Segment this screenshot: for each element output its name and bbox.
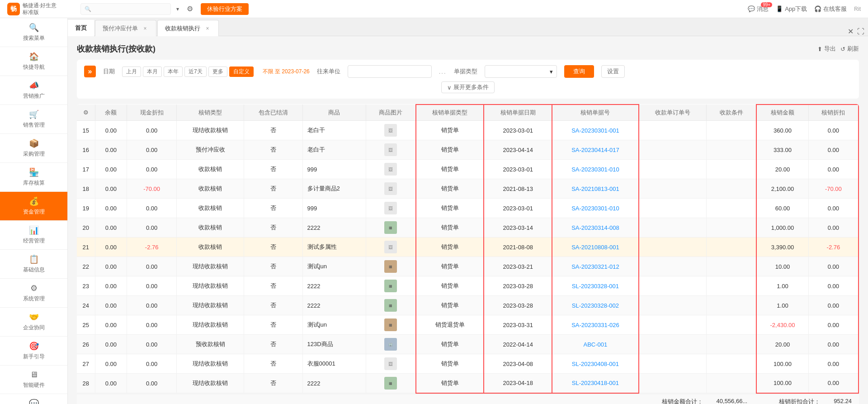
- expand-more-button[interactable]: ∨ 展开更多条件: [441, 81, 495, 93]
- top-bar: 畅 畅捷通·好生意标准版 🔍 ▾ ⚙ 休验行业方案 💬 消息 99+ 📱 App…: [0, 0, 868, 18]
- bill-no-link[interactable]: SL-20230418-001: [572, 380, 619, 386]
- more-options-dots[interactable]: ...: [439, 68, 447, 75]
- row-number: 16: [77, 140, 95, 160]
- store-icon: 🏪: [29, 167, 39, 177]
- row-receipt-order-no: [639, 276, 707, 296]
- tab-fullscreen-icon[interactable]: ⛶: [857, 28, 864, 36]
- sidebar-item-newbie[interactable]: 🎯 新手引导: [0, 337, 67, 366]
- this-month-btn[interactable]: 本月: [143, 67, 162, 77]
- sidebar-item-operations[interactable]: 📊 经营管理: [0, 221, 67, 250]
- row-writeoff-amount: 20.00: [756, 335, 808, 354]
- row-bill-no[interactable]: SL-20230328-001: [552, 276, 639, 296]
- row-bill-no[interactable]: SA-20230301-010: [552, 160, 639, 179]
- tab-prepay-close[interactable]: ×: [142, 25, 149, 32]
- row-bill-no[interactable]: SL-20230408-001: [552, 354, 639, 374]
- industry-solution-button[interactable]: 休验行业方案: [201, 3, 249, 15]
- dropdown-arrow[interactable]: ▾: [176, 6, 179, 12]
- partner-input[interactable]: [348, 65, 432, 78]
- sidebar-item-hardware[interactable]: 🖥 智能硬件: [0, 366, 67, 394]
- row-bill-no[interactable]: SL-20230328-002: [552, 296, 639, 315]
- bill-no-link[interactable]: SA-20230414-017: [571, 147, 619, 153]
- bill-no-link[interactable]: SL-20230328-002: [572, 302, 619, 309]
- sidebar-item-basics[interactable]: 📋 基础信息: [0, 250, 67, 279]
- sidebar-item-search[interactable]: 🔍 搜索菜单: [0, 18, 67, 47]
- row-bill-type: 销货单: [416, 296, 484, 315]
- row-bill-no[interactable]: SA-20230301-001: [552, 121, 639, 140]
- refresh-button[interactable]: ↺ 刷新: [840, 45, 859, 53]
- row-bill-no[interactable]: SA-20230301-010: [552, 199, 639, 218]
- app-download-button[interactable]: 📱 App下载: [776, 5, 807, 13]
- row-cash-discount: 0.00: [127, 354, 177, 374]
- bill-no-link[interactable]: SA-20230301-010: [571, 166, 619, 173]
- row-goods-img: ▦: [366, 218, 416, 238]
- col-included-cleared-header: 包含已结清: [244, 105, 302, 121]
- custom-date-btn[interactable]: 自定义: [229, 67, 254, 77]
- bill-no-link[interactable]: SA-20230331-026: [571, 322, 619, 328]
- row-bill-no[interactable]: SA-20210813-001: [552, 179, 639, 199]
- row-included-cleared: 否: [244, 179, 302, 199]
- sidebar-item-system[interactable]: ⚙ 系统管理: [0, 279, 67, 308]
- last-month-btn[interactable]: 上月: [122, 67, 141, 77]
- bill-no-link[interactable]: SA-20210808-001: [571, 244, 619, 251]
- row-bill-no[interactable]: SL-20230418-001: [552, 374, 639, 393]
- row-goods: 衣服00001: [302, 354, 366, 374]
- sidebar-item-marketing[interactable]: 📣 营销推广: [0, 76, 67, 105]
- date-range-display: 不限 至 2023-07-26: [263, 68, 310, 76]
- bill-no-link[interactable]: SL-20230408-001: [572, 361, 619, 367]
- sidebar-item-inventory[interactable]: 🏪 库存核算: [0, 163, 67, 192]
- export-button[interactable]: ⬆ 导出: [817, 45, 836, 53]
- sidebar-item-purchase[interactable]: 📦 采购管理: [0, 134, 67, 163]
- row-number: 18: [77, 179, 95, 199]
- filter-expand-button[interactable]: »: [84, 66, 96, 77]
- settings-gear-icon[interactable]: ⚙: [184, 4, 195, 14]
- row-bill-no[interactable]: SA-20230414-017: [552, 140, 639, 160]
- sidebar-item-finance[interactable]: 💰 资金管理: [0, 192, 67, 221]
- bill-no-link[interactable]: SA-20230314-008: [571, 224, 619, 231]
- col-settings-header[interactable]: ⚙: [77, 105, 95, 121]
- messages-button[interactable]: 💬 消息 99+: [748, 5, 769, 13]
- row-bill-no[interactable]: SA-20230321-012: [552, 257, 639, 276]
- bill-no-link[interactable]: SA-20230301-001: [571, 127, 619, 134]
- bill-no-link[interactable]: SA-20210813-001: [571, 185, 619, 192]
- home-icon: 🏠: [29, 52, 39, 62]
- online-service-button[interactable]: 🎧 在线客服: [814, 5, 847, 13]
- row-bill-no[interactable]: ABC-001: [552, 335, 639, 354]
- row-writeoff-discount: 0.00: [808, 354, 859, 374]
- sidebar-item-enterprise[interactable]: 🤝 企业协同: [0, 308, 67, 337]
- tab-home[interactable]: 首页: [68, 20, 94, 36]
- logo-icon: 畅: [7, 3, 20, 15]
- tab-writeoff-close[interactable]: ×: [204, 25, 211, 32]
- tab-writeoff[interactable]: 收款核销执行 ×: [157, 20, 219, 36]
- row-goods-img: 🖼: [366, 199, 416, 218]
- col-receipt-condition-header: 收款条件: [707, 105, 757, 121]
- row-writeoff-type: 现结收款核销: [177, 121, 244, 140]
- top-search-box[interactable]: 🔍: [80, 3, 171, 15]
- tab-prepay[interactable]: 预付冲应付单 ×: [95, 20, 156, 36]
- sidebar-item-wechat[interactable]: 💬 企业微信: [0, 394, 67, 404]
- table-row: 21 0.00 -2.76 收款核销 否 测试多属性 🖼 销货单 2021-08…: [77, 238, 859, 257]
- more-date-btn[interactable]: 更多: [208, 67, 227, 77]
- row-bill-no[interactable]: SA-20230331-026: [552, 315, 639, 335]
- logo-area: 畅 畅捷通·好生意标准版: [7, 2, 75, 15]
- settings-button[interactable]: 设置: [601, 65, 625, 78]
- bill-no-link[interactable]: SA-20230321-012: [571, 263, 619, 270]
- receipt-type-select[interactable]: ▾: [485, 65, 557, 78]
- row-bill-no[interactable]: SA-20230314-008: [552, 218, 639, 238]
- this-year-btn[interactable]: 本年: [164, 67, 183, 77]
- goods-image: 🖼: [384, 163, 397, 176]
- table-footer: 核销金额合计： 40,556,66... 核销折扣合计： 952.24: [77, 394, 859, 404]
- row-bill-no[interactable]: SA-20210808-001: [552, 238, 639, 257]
- user-display[interactable]: Rit: [854, 6, 861, 12]
- last-7days-btn[interactable]: 近7天: [184, 67, 207, 77]
- bill-no-link[interactable]: ABC-001: [584, 341, 608, 348]
- bill-no-link[interactable]: SA-20230301-010: [571, 205, 619, 212]
- tab-close-all-icon[interactable]: ✕: [848, 27, 854, 36]
- bill-no-link[interactable]: SL-20230328-001: [572, 283, 619, 290]
- goods-image: 🖼: [384, 182, 397, 195]
- search-button[interactable]: 查询: [564, 65, 594, 78]
- sidebar-item-quicknav[interactable]: 🏠 快捷导航: [0, 47, 67, 76]
- col-goods-img-header: 商品图片: [366, 105, 416, 121]
- row-writeoff-type: 现结收款核销: [177, 257, 244, 276]
- row-receipt-order-no: [639, 199, 707, 218]
- sidebar-item-sales[interactable]: 🛒 销售管理: [0, 105, 67, 134]
